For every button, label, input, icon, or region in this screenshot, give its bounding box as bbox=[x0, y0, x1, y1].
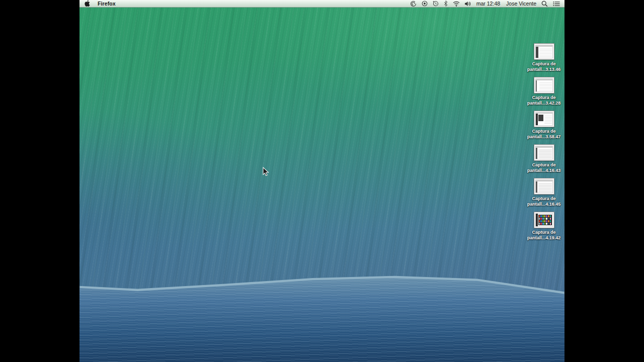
desktop-icons-column: Captura de pantall...3.13.46 Captura de … bbox=[525, 43, 563, 245]
file-label-line2: pantall...4.16.43 bbox=[527, 168, 561, 173]
spotlight-search-icon[interactable] bbox=[541, 1, 548, 7]
file-thumbnail bbox=[534, 144, 554, 161]
thumbnail-content-lines bbox=[544, 115, 552, 125]
file-label: Captura de pantall...3.42.28 bbox=[527, 95, 561, 106]
apple-menu-icon[interactable] bbox=[84, 0, 90, 7]
time-machine-icon[interactable] bbox=[433, 1, 439, 7]
screenshot-preview bbox=[535, 112, 553, 126]
thumbnail-sidebar bbox=[536, 148, 537, 159]
screenshot-preview bbox=[535, 78, 553, 92]
file-label-line2: pantall...4.19.42 bbox=[527, 235, 561, 241]
file-thumbnail bbox=[534, 77, 554, 94]
desktop-icon-screenshot-4[interactable]: Captura de pantall...4.16.43 bbox=[525, 144, 563, 178]
thumbnail-icon-grid bbox=[538, 215, 552, 225]
letterbox-left bbox=[0, 0, 79, 362]
thumbnail-sidebar bbox=[536, 214, 538, 226]
menu-bar-clock[interactable]: mar 12:48 bbox=[476, 0, 500, 7]
desktop-wallpaper[interactable] bbox=[79, 0, 565, 362]
file-label: Captura de pantall...3.13.46 bbox=[527, 61, 561, 72]
thumbnail-content-lines bbox=[538, 183, 552, 192]
screenshot-preview bbox=[535, 45, 553, 58]
desktop-icon-screenshot-5[interactable]: Captura de pantall...4.16.45 bbox=[525, 178, 563, 212]
file-label-line2: pantall...3.42.28 bbox=[527, 101, 561, 106]
file-label-line2: pantall...3.13.46 bbox=[527, 67, 561, 72]
thumbnail-titlebar bbox=[536, 113, 552, 114]
menu-bar-status-area: mar 12:48 Jose Vicente bbox=[410, 0, 560, 7]
file-label-line1: Captura de bbox=[527, 162, 561, 168]
file-label-line2: pantall...4.16.45 bbox=[527, 202, 561, 207]
file-label: Captura de pantall...4.19.42 bbox=[527, 230, 561, 240]
letterbox-right bbox=[565, 0, 644, 362]
thumbnail-sidebar bbox=[536, 80, 537, 92]
desktop-icon-screenshot-6[interactable]: Captura de pantall...4.19.42 bbox=[525, 212, 563, 245]
volume-icon[interactable] bbox=[465, 1, 471, 7]
notification-center-icon[interactable] bbox=[553, 1, 560, 7]
screenshot-preview bbox=[535, 179, 553, 193]
desktop-icon-screenshot-3[interactable]: Captura de pantall...3.58.47 bbox=[525, 111, 563, 144]
file-label-line1: Captura de bbox=[527, 230, 561, 235]
file-thumbnail bbox=[534, 212, 554, 228]
wifi-icon[interactable] bbox=[453, 1, 460, 7]
thumbnail-titlebar bbox=[536, 180, 552, 182]
screenshot-preview bbox=[535, 146, 553, 159]
mac-desktop-screen: Firefox bbox=[79, 0, 565, 362]
fast-user-switching-menu[interactable]: Jose Vicente bbox=[506, 0, 536, 7]
desktop-icon-screenshot-2[interactable]: Captura de pantall...3.42.28 bbox=[525, 77, 563, 111]
thumbnail-titlebar bbox=[536, 146, 552, 148]
record-icon[interactable] bbox=[422, 1, 428, 7]
file-label-line1: Captura de bbox=[527, 61, 561, 67]
file-label-line1: Captura de bbox=[527, 129, 561, 134]
file-thumbnail bbox=[534, 43, 554, 60]
file-label: Captura de pantall...3.58.47 bbox=[527, 129, 561, 139]
bluetooth-icon[interactable] bbox=[444, 1, 448, 7]
file-label-line1: Captura de bbox=[527, 95, 561, 101]
file-label: Captura de pantall...4.16.43 bbox=[527, 162, 561, 173]
thumbnail-content-lines bbox=[538, 149, 552, 158]
file-label: Captura de pantall...4.16.45 bbox=[527, 196, 561, 207]
thumbnail-sidebar bbox=[536, 114, 538, 125]
screenshot-preview bbox=[535, 213, 553, 227]
file-thumbnail bbox=[534, 178, 554, 195]
thumbnail-content-lines bbox=[539, 81, 552, 91]
menu-bar: Firefox bbox=[79, 0, 565, 8]
active-app-menu[interactable]: Firefox bbox=[98, 0, 116, 7]
thumbnail-image-block bbox=[538, 115, 543, 121]
desktop-icon-screenshot-1[interactable]: Captura de pantall...3.13.46 bbox=[525, 43, 563, 77]
file-label-line2: pantall...3.58.47 bbox=[527, 134, 561, 140]
file-thumbnail bbox=[534, 111, 554, 127]
menu-bar-left: Firefox bbox=[84, 0, 116, 7]
thumbnail-sidebar bbox=[536, 182, 537, 193]
thumbnail-sidebar bbox=[536, 47, 538, 58]
swirl-icon[interactable] bbox=[410, 1, 417, 7]
mouse-cursor bbox=[263, 167, 269, 178]
thumbnail-titlebar bbox=[536, 79, 552, 80]
file-label-line1: Captura de bbox=[527, 196, 561, 202]
thumbnail-content-lines bbox=[539, 48, 552, 57]
